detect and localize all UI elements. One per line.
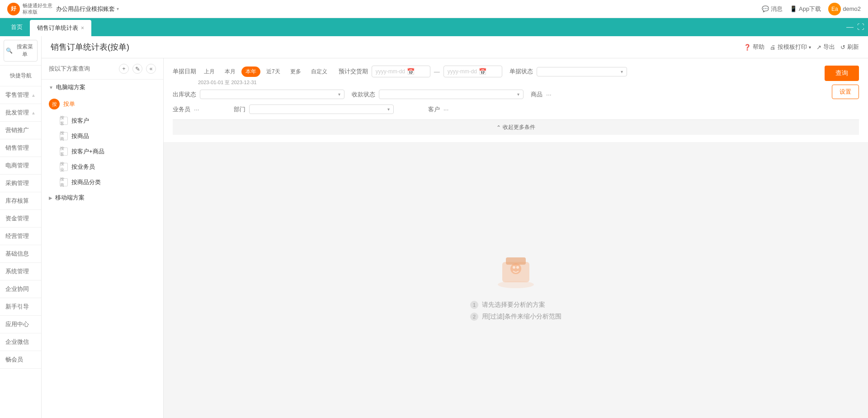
help-button[interactable]: ❓ 帮助 <box>744 43 764 51</box>
bill-status-select[interactable]: ▾ <box>537 67 627 76</box>
collapse-panel-button[interactable]: « <box>146 64 156 74</box>
tab-minimize-button[interactable]: — <box>846 23 854 31</box>
shortcut-7days[interactable]: 近7天 <box>262 66 284 77</box>
bill-date-label: 单据日期 <box>173 67 196 76</box>
delivery-status-dropdown-icon: ▾ <box>338 92 340 97</box>
filter-panel: 单据日期 上月 本月 本年 近7天 更多 自定义 <box>164 58 868 142</box>
export-icon: ↗ <box>816 44 821 51</box>
payment-status-group: 收款状态 ▾ <box>352 90 524 99</box>
customer-label: 客户 <box>428 105 440 114</box>
quick-nav-button[interactable]: 快捷导航 <box>4 69 38 82</box>
sidebar-item-8[interactable]: 经营管理 <box>0 228 41 245</box>
left-panel-actions: + ✎ « <box>119 64 156 74</box>
left-panel: 按以下方案查询 + ✎ « ▼电脑端方案按按单按客按客户按商按商品按客按客户+商… <box>42 58 164 418</box>
left-panel-header: 按以下方案查询 + ✎ « <box>42 58 163 80</box>
section-header-1[interactable]: ▶移动端方案 <box>42 190 163 205</box>
search-menu-button[interactable]: 🔍 搜索菜单 <box>4 40 38 62</box>
filter-row-3: 业务员 ··· 部门 ▾ <box>173 104 819 114</box>
dept-select[interactable]: ▾ <box>249 104 394 114</box>
query-button[interactable]: 查询 <box>825 66 859 81</box>
scheme-item-0-0[interactable]: 按按单 <box>42 95 163 113</box>
tab-home[interactable]: 首页 <box>4 20 30 34</box>
top-bar-left: 好 畅捷通好生意 标准版 办公用品行业模拟账套 ▾ <box>7 3 119 15</box>
filter-actions: 查询 设置 <box>819 66 859 119</box>
tab-close-icon[interactable]: × <box>81 25 84 31</box>
app-download-button[interactable]: 📱 App下载 <box>790 5 821 13</box>
settings-button[interactable]: 设置 <box>832 85 859 99</box>
sidebar-item-0[interactable]: 零售管理▲ <box>0 86 41 104</box>
customer-more-button[interactable]: ··· <box>443 106 449 113</box>
svg-point-4 <box>513 266 515 269</box>
refresh-icon: ↺ <box>840 44 845 51</box>
sidebar: 🔍 搜索菜单 快捷导航 零售管理▲批发管理▲营销推广销售管理电商管理采购管理库存… <box>0 36 42 418</box>
sidebar-item-14[interactable]: 企业微信 <box>0 333 41 351</box>
top-bar-right: 💬 消息 📱 App下载 Ea demo2 <box>762 3 861 15</box>
filter-fields: 单据日期 上月 本月 本年 近7天 更多 自定义 <box>173 66 819 119</box>
expected-date-group: 预计交货期 yyyy-mm-dd 📅 — yyyy-mm-dd 📅 <box>339 66 502 77</box>
salesman-more-button[interactable]: ··· <box>194 106 199 113</box>
expected-date-end-input[interactable]: yyyy-mm-dd 📅 <box>443 66 502 77</box>
sidebar-item-5[interactable]: 采购管理 <box>0 175 41 192</box>
refresh-button[interactable]: ↺ 刷新 <box>840 43 859 51</box>
tab-maximize-button[interactable]: ⛶ <box>857 23 864 31</box>
edit-scheme-button[interactable]: ✎ <box>132 64 142 74</box>
empty-illustration <box>489 239 543 294</box>
date-range-text: 2023-01-01 至 2023-12-31 <box>173 79 819 86</box>
payment-status-select[interactable]: ▾ <box>379 90 524 99</box>
shortcut-custom[interactable]: 自定义 <box>307 66 331 77</box>
system-title[interactable]: 办公用品行业模拟账套 ▾ <box>56 5 119 13</box>
empty-tip-1: 1 请先选择要分析的方案 <box>470 301 561 309</box>
sidebar-item-4[interactable]: 电商管理 <box>0 157 41 175</box>
page-header-actions: ❓ 帮助 🖨 按模板打印 ▾ ↗ 导出 ↺ 刷新 <box>744 43 859 57</box>
filter-row-1: 单据日期 上月 本月 本年 近7天 更多 自定义 <box>173 66 819 77</box>
scheme-sub-item-0-5[interactable]: 按商按商品分类 <box>42 175 163 190</box>
sidebar-item-11[interactable]: 企业协同 <box>0 280 41 298</box>
collapse-bar[interactable]: ⌃ 收起更多条件 <box>173 119 859 135</box>
date-dash: — <box>434 68 440 75</box>
tab-bar-actions: — ⛶ <box>846 23 864 31</box>
collapse-button[interactable]: ⌃ 收起更多条件 <box>496 124 535 131</box>
sidebar-item-3[interactable]: 销售管理 <box>0 139 41 157</box>
scheme-sub-item-0-3[interactable]: 按客按客户+商品 <box>42 144 163 159</box>
sidebar-item-6[interactable]: 库存核算 <box>0 192 41 210</box>
shortcut-this-year[interactable]: 本年 <box>241 66 260 77</box>
shortcut-this-month[interactable]: 本月 <box>221 66 240 77</box>
payment-status-dropdown-icon: ▾ <box>517 92 519 97</box>
sidebar-item-15[interactable]: 畅会员 <box>0 351 41 369</box>
phone-icon: 📱 <box>790 5 797 12</box>
shortcut-last-month[interactable]: 上月 <box>200 66 219 77</box>
print-button[interactable]: 🖨 按模板打印 ▾ <box>770 43 811 51</box>
delivery-status-select[interactable]: ▾ <box>200 90 344 99</box>
sidebar-item-12[interactable]: 新手引导 <box>0 298 41 316</box>
scheme-sub-item-0-4[interactable]: 按业按业务员 <box>42 159 163 175</box>
message-button[interactable]: 💬 消息 <box>762 5 783 13</box>
sidebar-item-2[interactable]: 营销推广 <box>0 122 41 139</box>
salesman-label: 业务员 <box>173 105 190 114</box>
sidebar-item-13[interactable]: 应用中心 <box>0 316 41 333</box>
print-icon: 🖨 <box>770 44 776 51</box>
customer-group: 客户 ··· <box>428 105 449 114</box>
scheme-list: ▼电脑端方案按按单按客按客户按商按商品按客按客户+商品按业按业务员按商按商品分类… <box>42 80 163 205</box>
main-layout: 🔍 搜索菜单 快捷导航 零售管理▲批发管理▲营销推广销售管理电商管理采购管理库存… <box>0 36 868 418</box>
scheme-sub-item-0-1[interactable]: 按客按客户 <box>42 113 163 128</box>
expected-date-start-input[interactable]: yyyy-mm-dd 📅 <box>372 66 430 77</box>
export-button[interactable]: ↗ 导出 <box>816 43 835 51</box>
logo-text: 畅捷通好生意 标准版 <box>23 3 52 14</box>
section-header-0[interactable]: ▼电脑端方案 <box>42 80 163 95</box>
sidebar-item-10[interactable]: 系统管理 <box>0 263 41 280</box>
message-icon: 💬 <box>762 5 769 12</box>
sidebar-item-1[interactable]: 批发管理▲ <box>0 104 41 122</box>
page-title: 销售订单统计表(按单) <box>51 42 129 58</box>
top-bar: 好 畅捷通好生意 标准版 办公用品行业模拟账套 ▾ 💬 消息 📱 App下载 E… <box>0 0 868 18</box>
dept-dropdown-icon: ▾ <box>387 107 390 112</box>
add-scheme-button[interactable]: + <box>119 64 129 74</box>
delivery-status-label: 出库状态 <box>173 90 196 99</box>
tab-sales-stat[interactable]: 销售订单统计表 × <box>30 20 91 36</box>
sidebar-item-7[interactable]: 资金管理 <box>0 210 41 228</box>
goods-more-button[interactable]: ··· <box>546 91 552 98</box>
user-avatar[interactable]: Ea demo2 <box>828 3 861 15</box>
scheme-sub-item-0-2[interactable]: 按商按商品 <box>42 128 163 144</box>
sidebar-item-9[interactable]: 基础信息 <box>0 245 41 263</box>
shortcut-more[interactable]: 更多 <box>286 66 305 77</box>
content-area: 销售订单统计表(按单) ❓ 帮助 🖨 按模板打印 ▾ ↗ 导出 ↺ 刷新 <box>42 36 868 418</box>
